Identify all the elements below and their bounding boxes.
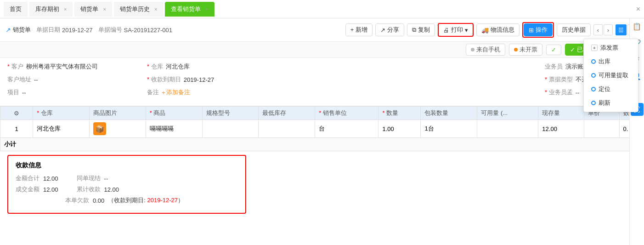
this-order-value: 0.00 (93, 197, 104, 204)
from-phone-btn[interactable]: 来自手机 (466, 44, 505, 56)
row-pack-qty: 1台 (421, 120, 477, 138)
total-amount-value: 12.00 (43, 175, 58, 182)
col-min-stock: 最低库存 (259, 107, 315, 120)
history-label: 历史单据 (562, 26, 586, 34)
logistics-label: 物流信息 (491, 26, 514, 34)
new-button[interactable]: + 新增 (345, 23, 373, 36)
col-product-img: 商品图片 (90, 107, 146, 120)
cumulative-label: 累计收款 (77, 185, 101, 194)
doc-no-field: 单据编号 SA-20191227-001 (98, 26, 173, 34)
sales-icon: ↗ (6, 26, 11, 34)
no-value: SA-20191227-001 (124, 27, 173, 34)
row-unit: 台 (315, 120, 378, 138)
due-date-field: 收款到期日 2019-12-27 (147, 75, 239, 84)
menu-item-available-qty[interactable]: 可用量提取 (584, 68, 638, 82)
row-product: 嗝嗝嗝嗝 (146, 120, 202, 138)
salesperson-label: 业务员孟 (545, 88, 573, 97)
from-phone-label: 来自手机 (476, 46, 500, 54)
customer-field: 客户 柳州粤港平安气体有限公司 (7, 63, 99, 71)
tab-bar: 首页 库存期初 × 销货单 × 销货单历史 × 查看销货单 × × (0, 0, 644, 18)
tab-view-sales[interactable]: 查看销货单 × (165, 2, 214, 17)
not-open-dot (514, 48, 518, 51)
note-right-icon[interactable]: 📋 (631, 20, 644, 33)
menu-item-locate[interactable]: 定位 (584, 82, 638, 96)
form-row-3: 项目 -- 备注 + 添加备注 业务员孟 -- (7, 88, 637, 97)
tab-home[interactable]: 首页 (4, 2, 28, 17)
product-table-wrapper: ⚙ 仓库 商品图片 商品 规格型号 最低库存 销售单位 数量 包装数量 可用量 … (0, 106, 644, 151)
doc-date-field: 单据日期 2019-12-27 (36, 26, 93, 34)
prev-arrow[interactable]: ‹ (593, 24, 603, 35)
not-open-btn[interactable]: 未开票 (509, 44, 542, 56)
tab-sales-history[interactable]: 销货单历史 × (114, 2, 163, 17)
share-button[interactable]: ↗ 分享 (375, 23, 404, 36)
row-stock: 12.00 (538, 120, 584, 138)
operation-button[interactable]: ⊞ 操作 (524, 23, 553, 36)
form-area: 客户 柳州粤港平安气体有限公司 仓库 河北仓库 业务员 演示账号 客户地址 -- (0, 58, 644, 106)
confirm-btn[interactable]: ✓ (546, 45, 561, 55)
project-value: -- (22, 89, 26, 96)
subtotal-row: 小计 (0, 138, 644, 151)
available-qty-label: 可用量提取 (599, 71, 628, 80)
tab-label: 销货单 (80, 5, 98, 13)
operation-label: 操作 (536, 26, 548, 34)
payment-row-3: 本单欠款 0.00 （收款到期日: 2019-12-27） (16, 196, 238, 205)
col-pack-qty: 包装数量 (421, 107, 477, 120)
tab-sales-order[interactable]: 销货单 × (74, 2, 112, 17)
col-stock: 现存量 (538, 107, 584, 120)
next-arrow[interactable]: › (604, 24, 613, 35)
menu-item-refresh[interactable]: 刷新 (584, 96, 638, 110)
close-icon[interactable]: × (154, 6, 157, 12)
add-note-button[interactable]: + 添加备注 (162, 88, 190, 97)
add-invoice-icon: + (591, 45, 598, 51)
tab-label: 销货单历史 (120, 5, 150, 13)
note-label: 备注 (147, 88, 159, 97)
col-warehouse: 仓库 (33, 107, 90, 120)
total-amount-label: 金额合计 (16, 174, 40, 182)
row-unit-price (584, 120, 620, 138)
address-field: 客户地址 -- (7, 75, 99, 84)
print-button[interactable]: 🖨 打印 ▾ (438, 23, 474, 37)
payment-row-2: 成交金额 12.00 累计收款 12.00 (16, 185, 238, 194)
col-unit: 销售单位 (315, 107, 378, 120)
doc-type-label: 销货单 (13, 26, 31, 34)
list-view-btn[interactable]: ☰ (616, 24, 627, 35)
close-all-button[interactable]: × (636, 5, 640, 13)
same-order-item: 同单现结 -- (77, 174, 108, 182)
menu-item-add-invoice[interactable]: + 添发票 (584, 41, 638, 55)
due-date-link[interactable]: 2019-12-27 (147, 197, 178, 204)
payment-section: 收款信息 金额合计 12.00 同单现结 -- 成交金额 12.00 累计收款 (7, 155, 246, 214)
close-icon[interactable]: × (205, 6, 208, 12)
status-bar: 来自手机 未开票 ✓ ✓ 已核销 ✓ 已生效 (0, 42, 644, 58)
overdue-note: （收款到期日: 2019-12-27） (108, 196, 184, 205)
refresh-icon (591, 101, 596, 105)
outbound-label: 出库 (599, 57, 610, 66)
cumulative-item: 累计收款 12.00 (77, 185, 119, 194)
date-value: 2019-12-27 (62, 27, 93, 34)
ticket-type-label: 票据类型 (545, 75, 573, 84)
employee-label: 业务员 (545, 63, 563, 71)
row-quantity: 1.00 (378, 120, 421, 138)
close-icon[interactable]: × (64, 6, 67, 12)
logistics-button[interactable]: 🚚 物流信息 (476, 23, 520, 36)
locate-icon (591, 87, 596, 91)
customer-label: 客户 (7, 63, 23, 71)
phone-dot (471, 48, 475, 51)
tab-inventory-init[interactable]: 库存期初 × (29, 2, 73, 17)
history-button[interactable]: 历史单据 (557, 23, 591, 36)
col-settings[interactable]: ⚙ (0, 107, 33, 120)
copy-label: 复制 (418, 26, 430, 34)
locate-label: 定位 (599, 85, 610, 93)
total-amount-item: 金额合计 12.00 (16, 174, 58, 182)
tab-label: 库存期初 (35, 5, 59, 13)
no-label: 单据编号 (98, 26, 122, 34)
doc-info: ↗ 销货单 单据日期 2019-12-27 单据编号 SA-20191227-0… (6, 26, 342, 34)
salesperson-value: -- (576, 89, 580, 96)
close-icon[interactable]: × (103, 6, 106, 12)
warehouse-value: 河北仓库 (166, 63, 190, 71)
doc-type: ↗ 销货单 (6, 26, 31, 34)
share-icon: ↗ (380, 27, 385, 34)
menu-item-outbound[interactable]: 出库 (584, 55, 638, 68)
this-order-item: 本单欠款 0.00 （收款到期日: 2019-12-27） (65, 196, 184, 205)
row-seq: 1 (0, 120, 33, 138)
copy-button[interactable]: ⧉ 复制 (407, 23, 435, 36)
